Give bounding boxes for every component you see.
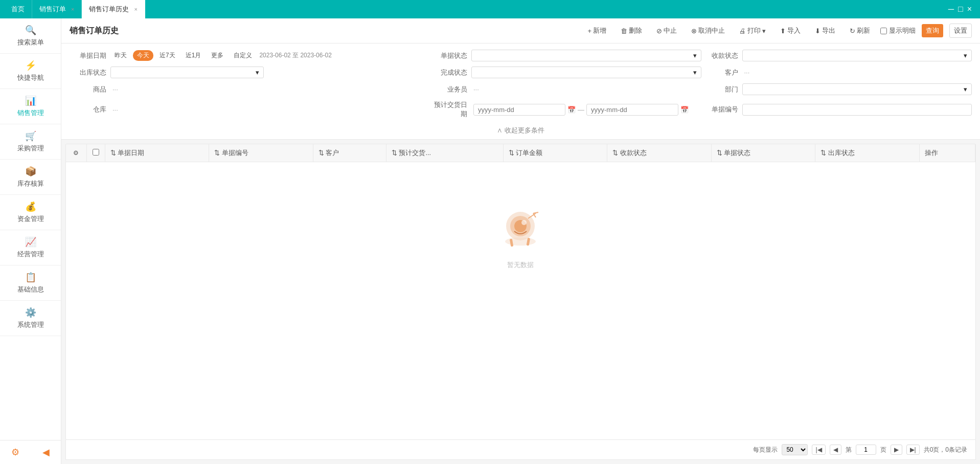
page-number-input[interactable] (856, 445, 876, 455)
th-amount-label: ⇅ 订单金额 (509, 149, 543, 157)
date-btn-custom[interactable]: 自定义 (230, 50, 256, 61)
sidebar-item-basic-info[interactable]: 📋 基础信息 (0, 266, 61, 301)
search-menu-icon: 🔍 (25, 25, 36, 36)
sidebar-item-sales-mgmt[interactable]: 📊 销售管理 (0, 89, 61, 124)
th-payment-status[interactable]: ⇅ 收款状态 (607, 144, 712, 162)
tab-sales-order-history[interactable]: 销售订单历史 × (82, 0, 145, 18)
first-page-button[interactable]: |◀ (812, 445, 825, 455)
payment-status-select[interactable]: ▾ (742, 50, 972, 61)
import-button[interactable]: ⬆ 导入 (776, 24, 805, 37)
tab-sales-order[interactable]: 销售订单 × (32, 0, 82, 18)
delete-icon: 🗑 (621, 27, 627, 35)
sidebar-collapse-button[interactable]: ◀ (40, 445, 52, 460)
minimize-button[interactable]: ─ (948, 5, 954, 14)
page-suffix-label: 页 (880, 446, 886, 454)
th-number[interactable]: ⇅ 单据编号 (209, 144, 313, 162)
collapse-label: ∧ 收起更多条件 (497, 126, 544, 134)
sidebar-settings-button[interactable]: ⚙ (9, 445, 21, 460)
th-payment-status-label: ⇅ 收款状态 (612, 149, 647, 157)
salesperson-select[interactable]: ··· (471, 85, 481, 93)
sidebar-item-search-menu[interactable]: 🔍 搜索菜单 (0, 18, 61, 54)
delete-button[interactable]: 🗑 删除 (617, 24, 646, 37)
stop-button[interactable]: ⊘ 中止 (652, 24, 681, 37)
product-select[interactable]: ··· (110, 85, 120, 93)
sidebar-item-operations-mgmt[interactable]: 📈 经营管理 (0, 230, 61, 266)
tab-home-label: 首页 (11, 5, 25, 14)
order-status-select[interactable]: ▾ (471, 50, 701, 61)
date-btn-today[interactable]: 今天 (133, 50, 153, 61)
th-date[interactable]: ⇅ 单据日期 (105, 144, 209, 162)
top-bar: 首页 销售订单 × 销售订单历史 × ─ □ × (0, 0, 980, 18)
window-controls: ─ □ × (948, 5, 976, 14)
print-icon: 🖨 (739, 27, 746, 35)
th-order-status-label: ⇅ 单据状态 (717, 149, 751, 157)
prev-page-button[interactable]: ◀ (830, 445, 841, 455)
page-header: 销售订单历史 + 新增 🗑 删除 ⊘ 中止 ⊗ 取消中止 🖨 打印 ▾ (61, 18, 980, 43)
export-button[interactable]: ⬇ 导出 (811, 24, 839, 37)
cancel-stop-button[interactable]: ⊗ 取消中止 (687, 24, 729, 37)
date-btn-more[interactable]: 更多 (207, 50, 227, 61)
warehouse-select[interactable]: ··· (110, 106, 120, 114)
new-label: 新增 (593, 26, 606, 35)
new-button[interactable]: + 新增 (583, 24, 610, 37)
sidebar-item-purchase-mgmt-label: 采购管理 (17, 144, 44, 153)
order-status-label: 单据状态 (430, 51, 471, 60)
sidebar-item-system-mgmt[interactable]: ⚙️ 系统管理 (0, 301, 61, 336)
complete-status-select[interactable]: ▾ (471, 67, 701, 78)
th-order-status[interactable]: ⇅ 单据状态 (711, 144, 815, 162)
date-quick-btns: 昨天 今天 近7天 近1月 更多 自定义 (110, 50, 256, 61)
sidebar-item-search-menu-label: 搜索菜单 (17, 38, 44, 47)
sidebar-item-inventory-check[interactable]: 📦 库存核算 (0, 160, 61, 195)
select-all-checkbox[interactable] (93, 149, 99, 156)
department-select[interactable]: ▾ (742, 83, 972, 95)
next-page-button[interactable]: ▶ (891, 445, 902, 455)
th-customer[interactable]: ⇅ 客户 (313, 144, 386, 162)
per-page-select[interactable]: 50 100 200 (782, 444, 808, 455)
quick-nav-icon: ⚡ (25, 60, 36, 71)
import-icon: ⬆ (780, 27, 786, 35)
settings-button[interactable]: 设置 (949, 24, 972, 38)
show-detail-input[interactable] (880, 28, 887, 34)
outbound-status-dropdown-icon: ▾ (256, 69, 259, 76)
th-settings[interactable]: ⚙ (66, 144, 86, 162)
outbound-status-select[interactable]: ▾ (110, 67, 264, 78)
refresh-button[interactable]: ↻ 刷新 (846, 24, 874, 37)
calendar-start-icon[interactable]: 📅 (567, 106, 576, 114)
tab-sales-order-close[interactable]: × (71, 6, 74, 12)
delivery-date-label: 预计交货日期 (430, 100, 471, 119)
calendar-end-icon[interactable]: 📅 (680, 106, 689, 114)
th-outbound-status[interactable]: ⇅ 出库状态 (815, 144, 920, 162)
export-icon: ⬇ (815, 27, 821, 35)
page-prefix-label: 第 (846, 446, 852, 454)
tab-sales-order-history-label: 销售订单历史 (89, 5, 129, 14)
last-page-button[interactable]: ▶| (906, 445, 920, 455)
order-number-input[interactable] (742, 104, 972, 116)
collapse-bar[interactable]: ∧ 收起更多条件 (70, 124, 972, 137)
delivery-date-start[interactable] (473, 104, 565, 116)
filter-col-outbound-status: 出库状态 ▾ (70, 67, 430, 78)
show-detail-checkbox[interactable]: 显示明细 (880, 26, 916, 35)
tab-sales-order-history-close[interactable]: × (134, 6, 137, 12)
date-btn-yesterday[interactable]: 昨天 (110, 50, 131, 61)
date-btn-last7days[interactable]: 近7天 (155, 50, 179, 61)
th-date-label: ⇅ 单据日期 (110, 149, 145, 157)
filter-col-warehouse: 仓库 ··· (70, 105, 430, 114)
sidebar-item-finance-mgmt[interactable]: 💰 资金管理 (0, 195, 61, 230)
th-checkbox[interactable] (86, 144, 105, 162)
sidebar-item-purchase-mgmt[interactable]: 🛒 采购管理 (0, 124, 61, 160)
delivery-date-end[interactable] (586, 104, 678, 116)
maximize-button[interactable]: □ (958, 5, 963, 14)
new-icon: + (587, 27, 591, 35)
query-button[interactable]: 查询 (922, 24, 943, 37)
empty-state: 暂无数据 (66, 162, 975, 311)
print-button[interactable]: 🖨 打印 ▾ (735, 24, 770, 37)
main-layout: 🔍 搜索菜单 ⚡ 快捷导航 📊 销售管理 🛒 采购管理 📦 库存核算 💰 资金管… (0, 18, 980, 464)
th-expected-delivery[interactable]: ⇅ 预计交货... (386, 144, 503, 162)
close-button[interactable]: × (967, 5, 972, 14)
th-amount[interactable]: ⇅ 订单金额 (503, 144, 607, 162)
tab-home[interactable]: 首页 (4, 0, 32, 18)
sidebar-item-quick-nav[interactable]: ⚡ 快捷导航 (0, 54, 61, 89)
filter-col-salesperson: 业务员 ··· (430, 85, 701, 94)
customer-select[interactable]: ··· (742, 69, 752, 76)
date-btn-last1month[interactable]: 近1月 (181, 50, 206, 61)
